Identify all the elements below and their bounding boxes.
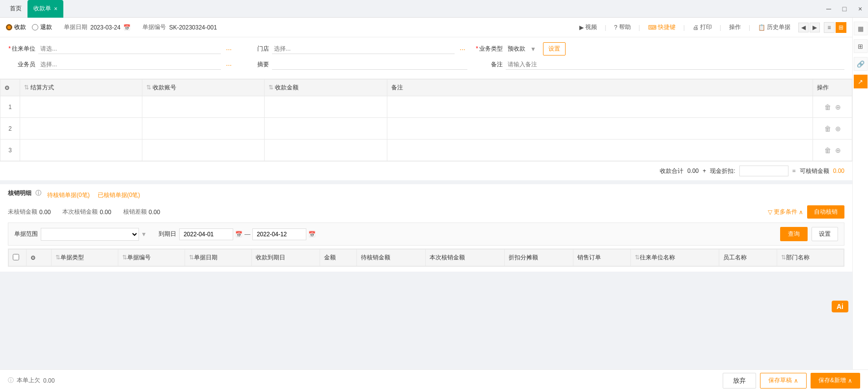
row3-amount-input[interactable] xyxy=(265,140,386,161)
from-unit-more-button[interactable]: ··· xyxy=(224,45,234,53)
salesperson-more-button[interactable]: ··· xyxy=(224,61,234,69)
row3-delete-icon[interactable]: 🗑 xyxy=(824,146,831,154)
due-date-from-input[interactable] xyxy=(179,228,233,240)
bottom-bar: ⓘ 本单上欠 0.00 放弃 保存草稿 ∧ 保存&新增 ∧ xyxy=(0,369,868,391)
doc-no-field: 单据编号 SK-20230324-001 xyxy=(142,23,217,31)
doc-range-select[interactable] xyxy=(41,228,139,241)
remark-input[interactable] xyxy=(506,59,844,70)
stats-row: 未核销金额 0.00 本次核销金额 0.00 核销差额 0.00 ▽ 更多条件 … xyxy=(8,205,844,219)
doc-range-dropdown-icon[interactable]: ▼ xyxy=(141,231,147,238)
row2-delete-icon[interactable]: 🗑 xyxy=(824,125,831,133)
table-gear-header[interactable]: ⚙ xyxy=(0,80,20,96)
store-input[interactable] xyxy=(272,44,455,54)
row2-amount-input[interactable] xyxy=(265,118,386,139)
save-draft-button[interactable]: 保存草稿 ∧ xyxy=(760,373,807,389)
from-unit-input[interactable] xyxy=(38,44,221,54)
shortcut-button[interactable]: ⌨ 快捷键 xyxy=(644,22,679,33)
salesperson-field: 业务员 ··· xyxy=(8,59,234,70)
toolbar-actions: ▶ 视频 | ? 帮助 | ⌨ 快捷键 | 🖨 打印 | 操作 | 📋 历史单据… xyxy=(575,22,846,33)
from-unit-field: 往来单位 ··· xyxy=(8,44,234,54)
col-doc-date: ⇅单据日期 xyxy=(185,250,251,266)
col-dept: ⇅部门名称 xyxy=(777,250,843,266)
row1-remark-input[interactable] xyxy=(387,96,813,117)
discount-input[interactable] xyxy=(739,166,788,176)
save-draft-dropdown-icon[interactable]: ∧ xyxy=(794,377,798,384)
video-button[interactable]: ▶ 视频 xyxy=(575,22,601,33)
row1-delete-icon[interactable]: 🗑 xyxy=(824,103,831,111)
row2-settlement-input[interactable] xyxy=(20,118,142,139)
right-sidebar: ▦ ⊞ 🔗 ↗ xyxy=(852,18,868,391)
sidebar-icon-3[interactable]: 🔗 xyxy=(854,57,868,71)
video-icon: ▶ xyxy=(579,24,584,31)
query-button[interactable]: 查询 xyxy=(780,227,808,241)
sidebar-icon-1[interactable]: ▦ xyxy=(854,22,868,35)
home-tab[interactable]: 首页 xyxy=(4,0,27,18)
summary-input[interactable] xyxy=(272,59,467,70)
radio-receive[interactable]: 收款 xyxy=(6,23,26,31)
maximize-button[interactable]: □ xyxy=(837,0,852,18)
receipt-table-container: ⚙ ⇅结算方式 ⇅收款账号 ⇅收款金额 备注 操作 1 xyxy=(0,79,852,161)
summary-label: 摘要 xyxy=(242,60,269,69)
discard-button[interactable]: 放弃 xyxy=(723,373,756,389)
select-all-checkbox[interactable] xyxy=(13,254,19,260)
settings-button[interactable]: 设置 xyxy=(543,42,566,56)
col-doc-type: ⇅单据类型 xyxy=(51,250,118,266)
verification-info-icon[interactable]: ⓘ xyxy=(35,189,41,197)
col-sales-order: 销售订单 xyxy=(573,250,631,266)
filter-icon: ▽ xyxy=(768,209,772,216)
more-conditions-button[interactable]: ▽ 更多条件 ∧ xyxy=(768,208,803,216)
receipt-tab[interactable]: 收款单 × xyxy=(27,0,63,18)
row1-settlement-input[interactable] xyxy=(20,96,142,117)
minimize-button[interactable]: ─ xyxy=(821,0,837,18)
row3-settlement-input[interactable] xyxy=(20,140,142,161)
doc-date-calendar-icon[interactable]: 📅 xyxy=(123,24,131,31)
table-settings-button[interactable]: 设置 xyxy=(812,227,838,241)
remark-label: 备注 xyxy=(475,60,503,69)
row2-copy-icon[interactable]: ⊕ xyxy=(835,125,841,133)
to-calendar-icon[interactable]: 📅 xyxy=(308,231,316,238)
help-button[interactable]: ? 帮助 xyxy=(610,22,635,33)
history-button[interactable]: 📋 历史单据 xyxy=(754,22,794,33)
row1-account-input[interactable] xyxy=(142,96,264,117)
radio-refund[interactable]: 退款 xyxy=(32,23,52,31)
biz-type-dropdown-icon[interactable]: ▼ xyxy=(530,46,536,53)
salesperson-input[interactable] xyxy=(38,59,221,70)
bottom-table-container: ⚙ ⇅单据类型 ⇅单据编号 ⇅单据日期 收款到期日 金额 待核销金额 本次核销金… xyxy=(8,249,844,267)
row3-account-input[interactable] xyxy=(142,140,264,161)
auto-verify-button[interactable]: 自动核销 xyxy=(807,205,844,219)
grid-layout-icon[interactable]: ⊞ xyxy=(836,22,846,33)
total-value: 0.00 xyxy=(687,168,699,174)
from-calendar-icon[interactable]: 📅 xyxy=(235,231,243,238)
col-account: ⇅收款账号 xyxy=(142,80,265,96)
shortcut-icon: ⌨ xyxy=(648,24,656,31)
next-arrow[interactable]: ▶ xyxy=(810,23,820,32)
save-new-button[interactable]: 保存&新增 ∧ xyxy=(811,373,860,389)
close-button[interactable]: × xyxy=(852,0,868,18)
prev-arrow[interactable]: ◀ xyxy=(798,23,809,32)
operate-button[interactable]: 操作 xyxy=(725,22,745,33)
list-layout-icon[interactable]: ≡ xyxy=(824,22,835,33)
save-new-dropdown-icon[interactable]: ∧ xyxy=(848,377,852,384)
ai-badge[interactable]: Ai xyxy=(832,301,848,312)
store-more-button[interactable]: ··· xyxy=(458,45,467,53)
row3-remark-input[interactable] xyxy=(387,140,813,161)
col-action: 操作 xyxy=(813,80,852,96)
receipt-tab-close[interactable]: × xyxy=(54,5,57,12)
row1-amount-input[interactable] xyxy=(265,96,386,117)
sidebar-icon-4[interactable]: ↗ xyxy=(854,75,868,88)
pending-tab[interactable]: 待核销单据(0笔) xyxy=(47,190,90,200)
table-row: 2 🗑 ⊕ xyxy=(0,118,852,140)
due-date-to-input[interactable] xyxy=(252,228,306,240)
sidebar-icon-2[interactable]: ⊞ xyxy=(854,39,868,53)
help-icon: ? xyxy=(614,24,618,31)
equals-sign: = xyxy=(792,168,796,174)
col-gear[interactable]: ⚙ xyxy=(27,250,52,266)
select-all-header xyxy=(9,250,27,266)
done-tab[interactable]: 已核销单据(0笔) xyxy=(98,190,140,200)
print-button[interactable]: 🖨 打印 xyxy=(689,22,716,33)
row2-remark-input[interactable] xyxy=(387,118,813,139)
row3-copy-icon[interactable]: ⊕ xyxy=(835,146,841,154)
print-icon: 🖨 xyxy=(693,24,699,31)
row2-account-input[interactable] xyxy=(142,118,264,139)
row1-copy-icon[interactable]: ⊕ xyxy=(835,103,841,111)
